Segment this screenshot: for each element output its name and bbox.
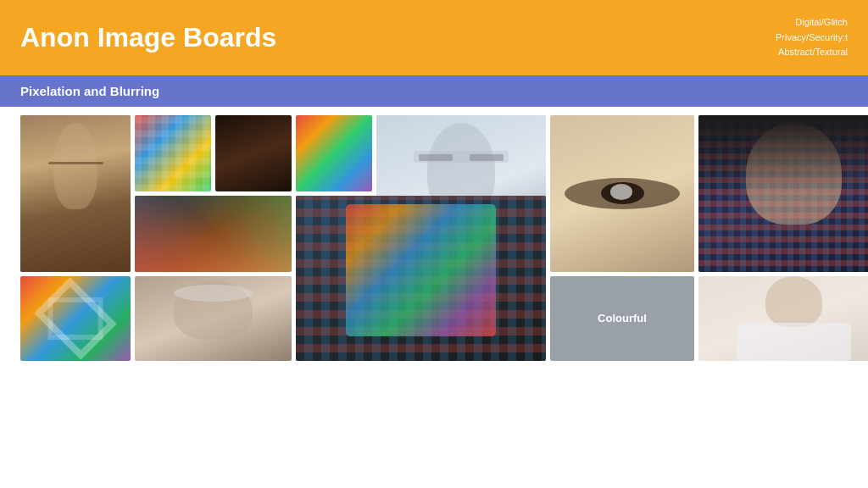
gallery-item-geo[interactable] — [20, 276, 131, 361]
main-container: Anon Image Boards Digital/Glitch Privacy… — [0, 0, 868, 488]
category-label: Pixelation and Blurring — [20, 84, 159, 98]
gallery-item-pixel1[interactable] — [135, 115, 211, 191]
gallery-area: Bright Colourful — [0, 107, 868, 488]
colourful-label: Colourful — [598, 312, 647, 324]
header-tags: Digital/Glitch Privacy/Security:t Abstra… — [776, 15, 848, 60]
gallery-item-oldman[interactable] — [135, 276, 292, 361]
gallery-item-face2[interactable] — [215, 115, 292, 191]
tag-abstract: Abstract/Textural — [776, 45, 848, 60]
gallery-item-pixelwoman[interactable] — [698, 115, 868, 272]
gallery-item-eye[interactable] — [550, 115, 694, 272]
category-arrow-icon — [856, 75, 868, 106]
gallery-item-face1[interactable] — [20, 115, 131, 272]
gallery-item-youngman[interactable] — [698, 276, 868, 361]
gallery-item-painted[interactable] — [135, 196, 292, 272]
page-title: Anon Image Boards — [20, 22, 276, 53]
header: Anon Image Boards Digital/Glitch Privacy… — [0, 0, 868, 75]
category-bar: Pixelation and Blurring — [0, 75, 868, 107]
tag-privacy: Privacy/Security:t — [776, 30, 848, 46]
gallery-item-pixelface[interactable] — [296, 196, 546, 361]
gallery-item-colourful[interactable]: Colourful — [550, 276, 694, 361]
gallery-item-pixel2[interactable] — [296, 115, 372, 191]
tag-digital: Digital/Glitch — [776, 15, 848, 30]
